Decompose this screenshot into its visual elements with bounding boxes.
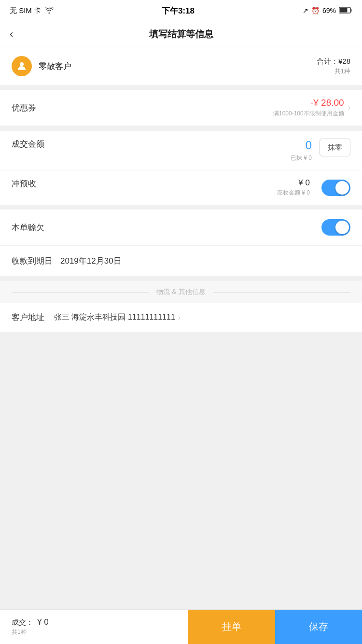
status-right: ↗ ⏰ 69%	[303, 7, 352, 15]
bottom-info: 成交： ¥ 0 共1种	[0, 610, 188, 644]
wifi-icon	[45, 7, 54, 15]
debit-section: 本单赊欠 收款到期日 2019年12月30日	[0, 210, 362, 276]
amount-section: 成交金额 0 已抹 ¥ 0 抹零 冲预收 ¥ 0 应收金额 ¥ 0	[0, 131, 362, 205]
status-time: 下午3:18	[162, 5, 195, 16]
debit-row: 本单赊欠	[0, 210, 362, 246]
customer-avatar	[12, 56, 32, 76]
customer-section: 零散客户 合计：¥28 共1种	[0, 47, 362, 85]
battery-icon	[339, 7, 352, 15]
deal-amount-row: 成交金额 0 已抹 ¥ 0 抹零	[0, 131, 362, 170]
bottom-deal-value: ¥ 0	[37, 617, 49, 627]
due-date-value: 2019年12月30日	[60, 255, 122, 266]
back-button[interactable]: ‹	[10, 28, 13, 41]
prepayment-amount: ¥ 0	[277, 178, 310, 188]
logistics-line-left	[12, 292, 149, 293]
logistics-header: 物流 & 其他信息	[0, 281, 362, 303]
coupon-row[interactable]: 优惠券 -¥ 28.00 满1000-100不限制使用金额 ›	[0, 90, 362, 126]
battery-label: 69%	[322, 7, 336, 14]
bottom-deal-label: 成交：	[12, 618, 33, 627]
customer-info: 零散客户	[12, 56, 71, 76]
debit-toggle[interactable]	[321, 219, 350, 236]
save-button[interactable]: 保存	[275, 610, 362, 644]
status-bar: 无 SIM 卡 下午3:18 ↗ ⏰ 69%	[0, 0, 362, 21]
sim-label: 无 SIM 卡	[10, 6, 41, 15]
svg-point-3	[20, 62, 24, 66]
deal-amount-label: 成交金额	[12, 139, 44, 150]
total-count: 共1种	[317, 67, 350, 76]
deal-amount-right: 0 已抹 ¥ 0 抹零	[291, 139, 350, 162]
deal-amount-sub: 已抹 ¥ 0	[291, 154, 312, 162]
debit-label: 本单赊欠	[12, 222, 44, 233]
coupon-chevron: ›	[348, 103, 350, 112]
hold-button[interactable]: 挂单	[188, 610, 275, 644]
toggle-knob	[335, 181, 349, 195]
debit-toggle-knob	[335, 221, 349, 234]
page-title: 填写结算等信息	[149, 28, 213, 41]
address-value: 张三 海淀永丰科技园 11111111111	[54, 312, 175, 322]
total-amount: 合计：¥28	[317, 57, 350, 66]
coupon-label: 优惠券	[12, 102, 36, 113]
prepayment-label: 冲预收	[12, 178, 36, 189]
coupon-amount: -¥ 28.00	[273, 98, 344, 108]
prepayment-right: ¥ 0 应收金额 ¥ 0	[277, 178, 350, 197]
deal-amount-values: 0 已抹 ¥ 0	[291, 139, 312, 162]
address-chevron: ›	[178, 313, 181, 322]
bottom-deal: 成交： ¥ 0	[12, 617, 177, 627]
address-section: 客户地址 张三 海淀永丰科技园 11111111111 ›	[0, 303, 362, 332]
alarm-icon: ⏰	[311, 7, 320, 14]
coupon-section: 优惠券 -¥ 28.00 满1000-100不限制使用金额 ›	[0, 90, 362, 126]
nav-bar: ‹ 填写结算等信息	[0, 21, 362, 47]
main-content: 零散客户 合计：¥28 共1种 优惠券 -¥ 28.00 满1000-100不限…	[0, 47, 362, 423]
location-icon: ↗	[303, 7, 308, 14]
customer-total: 合计：¥28 共1种	[317, 57, 350, 76]
customer-row: 零散客户 合计：¥28 共1种	[0, 47, 362, 85]
coupon-right: -¥ 28.00 满1000-100不限制使用金额 ›	[273, 98, 350, 118]
round-button[interactable]: 抹零	[320, 139, 350, 156]
svg-rect-1	[350, 9, 352, 12]
bottom-spacer	[0, 336, 362, 423]
logistics-line-right	[213, 292, 350, 293]
bottom-bar: 成交： ¥ 0 共1种 挂单 保存	[0, 609, 362, 644]
coupon-info: -¥ 28.00 满1000-100不限制使用金额	[273, 98, 344, 118]
prepayment-toggle[interactable]	[321, 180, 350, 196]
status-left: 无 SIM 卡	[10, 6, 54, 15]
address-right: 张三 海淀永丰科技园 11111111111 ›	[54, 312, 181, 322]
coupon-description: 满1000-100不限制使用金额	[273, 110, 344, 118]
due-date-label: 收款到期日	[12, 255, 53, 266]
logistics-label: 物流 & 其他信息	[156, 288, 205, 296]
address-row[interactable]: 客户地址 张三 海淀永丰科技园 11111111111 ›	[0, 303, 362, 332]
customer-name: 零散客户	[39, 61, 71, 72]
prepayment-receivable: 应收金额 ¥ 0	[277, 189, 310, 197]
bottom-count: 共1种	[12, 628, 177, 636]
prepayment-row: 冲预收 ¥ 0 应收金额 ¥ 0	[0, 170, 362, 205]
svg-rect-2	[339, 8, 347, 12]
due-date-row: 收款到期日 2019年12月30日	[0, 246, 362, 276]
address-label: 客户地址	[12, 312, 44, 323]
deal-amount-value: 0	[291, 139, 312, 152]
